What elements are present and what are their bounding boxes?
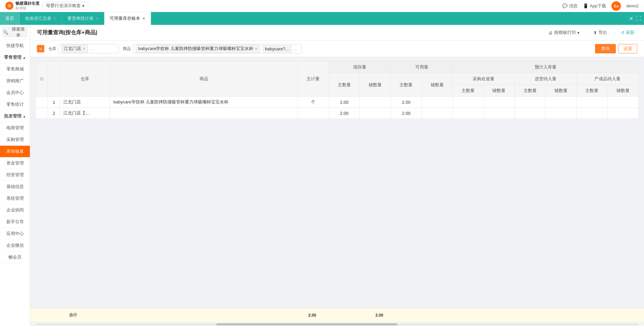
col-avail-main-header: 主数量 [391,73,422,97]
row-warehouse: 江北门店【... [60,108,110,119]
nav-expand-btn[interactable]: ⛶ [636,15,641,21]
sidebar-section-wholesale[interactable]: 批发管理 ▲ [0,110,30,122]
tab-close-order-stats[interactable]: ✕ [96,16,99,21]
product-tag-1-remove[interactable]: ✕ [255,47,258,51]
row-in-main [515,108,545,119]
sidebar-item-vip[interactable]: 畅会员 [0,251,30,263]
sidebar-item-inventory[interactable]: 库存核算 [0,146,30,157]
row-purchase-main [452,97,483,108]
tab-close-available-stock[interactable]: ✕ [142,16,145,21]
sidebar-item-retail-mall[interactable]: 零售商城 [0,63,30,75]
row-product: babycare学饮杯 儿童防摔防撞吸管杯重力球吸嘴杯宝宝水杯 [110,97,298,108]
app-download-btn[interactable]: 📱 App下载 [583,3,606,9]
product-dots[interactable]: ... [293,46,299,51]
col-avail-sub-header: 辅数量 [422,73,452,97]
row-in-sub [545,97,576,108]
col-purchase-sub-header: 辅数量 [484,85,515,97]
scroll-thumb[interactable] [216,323,397,325]
footer-stock-sub [329,314,363,317]
sidebar-item-ecommerce[interactable]: 电商管理 [0,122,30,134]
col-incoming-subgroup: 进货待入量 [515,73,577,85]
top-bar-left: 畅捷通好生意 标准版 母婴行业演示账套 ▾ [5,1,88,11]
row-settings [36,108,48,119]
product-tag-2: babycare?... [263,45,291,52]
row-purchase-sub [484,108,515,119]
row-prod-main [577,108,607,119]
sidebar-item-enterprise[interactable]: 企业协同 [0,204,30,216]
export-btn[interactable]: ⬆ 导出 [591,28,610,37]
sidebar-item-retail-stats[interactable]: 零售统计 [0,99,30,110]
main-layout: 🔍 搜索菜单 快捷导航 零售管理 ▲ 零售商城 营销推广 会员中心 零售统计 批… [0,25,644,326]
col-purchase-subgroup: 采购在途量 [452,73,515,85]
tab-available-stock[interactable]: 可用量库存账本 ✕ [104,12,151,25]
tab-receive-summary[interactable]: 收发存汇总表 ✕ [20,12,62,25]
table-scroll-bar[interactable] [30,322,644,326]
row-warehouse: 江北门店 [60,97,110,108]
footer-avail-main: 2.00 [363,312,396,319]
row-no: 1 [48,97,60,108]
page-title: 可用量查询(按仓库+商品) [37,29,97,36]
row-unit: 个 [298,97,329,108]
filter-row: » 仓库 江北门店 ✕ ... 商品 babycare学饮杯 儿童防摔防撞吸管杯… [30,41,644,57]
warehouse-label: 仓库 [48,46,56,52]
row-in-main [515,97,545,108]
filter-actions: 查询 设置 [595,44,637,53]
sidebar-item-enterprise-wechat[interactable]: 企业微信 [0,240,30,251]
logo-icon [5,2,13,10]
user-name[interactable]: demo2 [626,4,639,8]
col-purchase-main-header: 主数量 [452,85,483,97]
message-btn[interactable]: 💬 消息 [562,3,578,9]
wholesale-arrow: ▲ [23,114,26,118]
row-avail-sub [422,108,452,119]
col-product-header: 商品 [110,61,298,97]
row-stock-sub [360,97,390,108]
col-in-sub-header: 辅数量 [545,85,576,97]
row-avail-main: 2.00 [391,97,422,108]
sidebar-item-operations[interactable]: 经营管理 [0,169,30,181]
footer-stock-main: 2.00 [296,312,329,319]
refresh-btn[interactable]: ↺ 刷新 [618,28,637,37]
avatar[interactable]: Ea [611,1,621,11]
sidebar-item-basics[interactable]: 基础信息 [0,181,30,193]
nav-close-btn[interactable]: ✕ [629,15,633,22]
sidebar-item-newbie[interactable]: 新手引导 [0,216,30,228]
sidebar-item-finance[interactable]: 资金管理 [0,157,30,169]
sidebar-item-purchase[interactable]: 采购管理 [0,134,30,146]
col-prod-main-header: 主数量 [577,85,607,97]
tab-home[interactable]: 首页 [0,12,20,25]
warehouse-input[interactable]: 江北门店 ✕ ... [58,44,119,53]
table-settings-icon[interactable]: ⚙ [40,76,44,82]
logo-area: 畅捷通好生意 标准版 [5,1,40,11]
sidebar-item-system[interactable]: 系统管理 [0,193,30,204]
row-prod-sub [607,108,638,119]
sidebar-item-quick-nav[interactable]: 快捷导航 [0,40,30,52]
row-stock-main: 2.00 [329,97,360,108]
row-unit [298,108,329,119]
logo-subtext: 标准版 [15,6,40,11]
sidebar-section-retail[interactable]: 零售管理 ▲ [0,52,30,63]
row-avail-main: 2.00 [391,108,422,119]
search-menu-btn[interactable]: 🔍 搜索菜单 [3,28,27,37]
query-button[interactable]: 查询 [595,44,616,53]
warehouse-dots[interactable]: ... [89,46,96,51]
col-no-header [48,61,60,97]
sidebar-item-marketing[interactable]: 营销推广 [0,75,30,87]
industry-selector[interactable]: 母婴行业演示账套 ▾ [42,2,88,10]
footer-avail-sub [396,314,430,317]
settings-button[interactable]: 设置 [619,44,637,53]
template-print-btn[interactable]: 🖨 按模板打印 ▾ [546,28,582,37]
row-no: 2 [48,108,60,119]
filter-expand-btn[interactable]: » [37,45,44,52]
row-settings [36,97,48,108]
product-input[interactable]: babycare学饮杯 儿童防摔防撞吸管杯重力球吸嘴杯宝宝水杯 ✕ babyca… [133,44,302,53]
sidebar-item-appcenter[interactable]: 应用中心 [0,228,30,240]
content-area: 可用量查询(按仓库+商品) 🖨 按模板打印 ▾ ⬆ 导出 ↺ 刷新 [30,25,644,326]
retail-arrow: ▲ [23,56,26,59]
col-incoming-group-header: 预计入库量 [452,61,638,73]
tab-close-receive-summary[interactable]: ✕ [53,16,56,21]
top-bar-right: 💬 消息 📱 App下载 Ea demo2 [562,1,639,11]
sidebar-item-member[interactable]: 会员中心 [0,87,30,99]
tab-order-stats[interactable]: 要货单统计表 ✕ [62,12,104,25]
row-avail-sub [422,97,452,108]
warehouse-tag-remove[interactable]: ✕ [83,47,86,51]
